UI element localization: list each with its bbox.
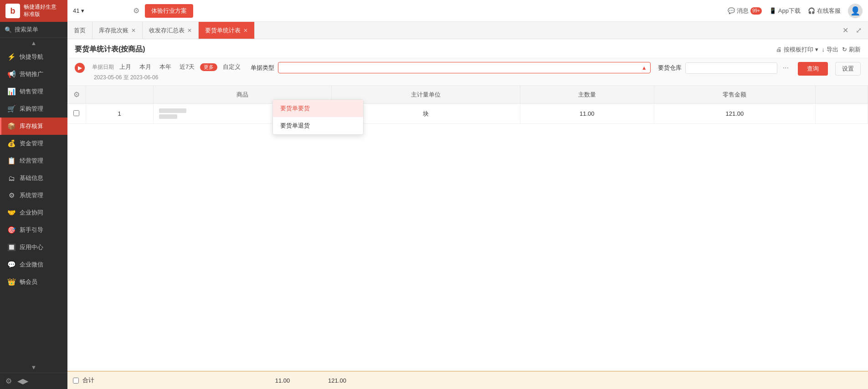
- data-table: ⚙ 商品 主计量单位 主数量 零售金额 1: [67, 86, 868, 124]
- topbar-gear-btn[interactable]: ⚙: [133, 6, 139, 15]
- sidebar-item-quick-nav[interactable]: ⚡ 快捷导航: [0, 48, 67, 66]
- sidebar-search[interactable]: 🔍 搜索菜单: [0, 22, 67, 38]
- settings-btn[interactable]: 设置: [835, 62, 861, 76]
- sidebar-item-finance[interactable]: 💰 资金管理: [0, 135, 67, 152]
- sidebar-item-operations[interactable]: 📋 经营管理: [0, 152, 67, 169]
- dropdown-item-requisition-order[interactable]: 要货单要货: [273, 100, 363, 117]
- product-name-block: [159, 108, 186, 119]
- date-btn-custom[interactable]: 自定义: [220, 62, 243, 72]
- sidebar-item-enterprise-wechat[interactable]: 💬 企业微信: [0, 256, 67, 273]
- filter-more-icon[interactable]: ···: [781, 62, 791, 74]
- collapse-footer-btn[interactable]: ◀▶: [17, 377, 28, 385]
- table-settings-icon[interactable]: ⚙: [73, 91, 80, 98]
- content-area: 要货单统计表(按商品) 🖨 按模板打印 ▾ ↓ 导出 ↻ 刷新 ▶: [67, 39, 868, 389]
- app-logo: b: [5, 4, 20, 18]
- date-btn-more[interactable]: 更多: [200, 63, 217, 71]
- table-wrap: ⚙ 商品 主计量单位 主数量 零售金额 1: [67, 86, 868, 371]
- sidebar-item-label: 库存核算: [20, 122, 43, 130]
- store-selector[interactable]: 41 ▾: [73, 7, 128, 14]
- date-btn-this-year[interactable]: 本年: [157, 62, 174, 72]
- sidebar-nav: ⚡ 快捷导航 📢 营销推广 📊 销售管理 🛒 采购管理 📦 库存核算 💰 资金管…: [0, 48, 67, 362]
- date-btn-this-month[interactable]: 本月: [137, 62, 154, 72]
- print-btn[interactable]: 🖨 按模板打印 ▾: [776, 46, 818, 54]
- date-btn-7days[interactable]: 近7天: [177, 62, 197, 72]
- messages-badge: 99+: [750, 7, 762, 15]
- row-seq: 1: [86, 104, 153, 124]
- tab-receive-summary[interactable]: 收发存汇总表 ✕: [143, 22, 199, 39]
- tab-receive-summary-close[interactable]: ✕: [187, 27, 192, 34]
- date-range-row: 2023-05-06 至 2023-06-06: [92, 74, 243, 82]
- sidebar-item-label: 应用中心: [20, 243, 43, 251]
- tab-requisition-summary-close[interactable]: ✕: [243, 27, 248, 34]
- col-extra: [815, 86, 868, 104]
- type-filter-row: 单据类型 ▲: [251, 62, 650, 73]
- app-download-label: App下载: [778, 7, 801, 15]
- refresh-btn[interactable]: ↻ 刷新: [842, 46, 861, 54]
- base-info-icon: 🗂: [7, 174, 16, 182]
- total-sale-amount: 121.00: [310, 377, 365, 384]
- sidebar-scroll-up[interactable]: ▲: [0, 38, 67, 48]
- sidebar-item-purchase[interactable]: 🛒 采购管理: [0, 100, 67, 118]
- sidebar-item-enterprise[interactable]: 🤝 企业协同: [0, 204, 67, 221]
- product-name-bar2: [159, 114, 177, 119]
- type-dropdown: 要货单要货 要货单退货: [272, 99, 364, 135]
- settings-footer-btn[interactable]: ⚙: [5, 377, 12, 385]
- type-filter-input[interactable]: [278, 62, 650, 73]
- quick-nav-icon: ⚡: [7, 53, 16, 61]
- col-settings[interactable]: ⚙: [67, 86, 86, 104]
- filter-expand-btn[interactable]: ▶: [75, 63, 85, 73]
- tab-home[interactable]: 首页: [71, 22, 92, 39]
- chevron-down-icon: ▾: [815, 46, 818, 53]
- sidebar-item-app-center[interactable]: 🔲 应用中心: [0, 239, 67, 256]
- row-checkbox-cell[interactable]: [67, 104, 86, 124]
- sidebar-item-member[interactable]: 👑 畅会员: [0, 273, 67, 291]
- query-btn[interactable]: 查询: [798, 62, 828, 76]
- online-service-btn[interactable]: 🎧 在线客服: [808, 7, 841, 15]
- sidebar-item-base-info[interactable]: 🗂 基础信息: [0, 169, 67, 187]
- sidebar-item-marketing[interactable]: 📢 营销推广: [0, 66, 67, 83]
- messages-label: 消息: [737, 7, 749, 15]
- footer-checkbox[interactable]: [73, 378, 79, 384]
- app-download-btn[interactable]: 📱 App下载: [769, 7, 801, 15]
- sidebar-item-label: 新手引导: [20, 226, 43, 234]
- trial-btn[interactable]: 体验行业方案: [145, 4, 193, 18]
- sidebar-item-sales[interactable]: 📊 销售管理: [0, 83, 67, 100]
- tab-requisition-summary[interactable]: 要货单统计表 ✕: [199, 22, 255, 39]
- app-title: 畅捷通好生意 标准版: [24, 4, 56, 18]
- tab-receive-summary-label: 收发存汇总表: [149, 26, 185, 35]
- tab-inventory-batch[interactable]: 库存批次账 ✕: [92, 22, 143, 39]
- user-avatar[interactable]: 👤: [848, 4, 863, 18]
- sidebar-scroll-down[interactable]: ▼: [0, 362, 67, 373]
- type-input-wrap: ▲: [278, 62, 650, 73]
- row-checkbox[interactable]: [73, 110, 79, 116]
- purchase-icon: 🛒: [7, 105, 16, 113]
- tab-expand-btn[interactable]: ⤢: [853, 24, 864, 36]
- warehouse-filter-input[interactable]: [685, 62, 777, 74]
- col-seq: [86, 86, 153, 104]
- sidebar-item-system[interactable]: ⚙ 系统管理: [0, 187, 67, 204]
- date-btn-last-month[interactable]: 上月: [117, 62, 134, 72]
- sidebar-item-inventory[interactable]: 📦 库存核算: [0, 118, 67, 135]
- table-footer: 合计 11.00 121.00: [67, 371, 868, 389]
- type-filter-chevron-up[interactable]: ▲: [642, 65, 647, 71]
- warehouse-filter-group: 要货仓库 ···: [658, 62, 791, 74]
- export-btn[interactable]: ↓ 导出: [822, 46, 839, 54]
- page-header: 要货单统计表(按商品) 🖨 按模板打印 ▾ ↓ 导出 ↻ 刷新: [67, 39, 868, 58]
- row-extra-cell: [815, 104, 868, 124]
- tab-inventory-batch-close[interactable]: ✕: [131, 27, 136, 34]
- sidebar-search-label: 搜索菜单: [15, 26, 38, 34]
- print-icon: 🖨: [776, 46, 782, 53]
- tabbar: 首页 库存批次账 ✕ 收发存汇总表 ✕ 要货单统计表 ✕ ✕ ⤢: [67, 22, 868, 39]
- sidebar-item-guide[interactable]: 🎯 新手引导: [0, 221, 67, 239]
- filter-bar: ▶ 单据日期 上月 本月 本年 近7天 更多 自定义 2023-05-06 至 …: [67, 58, 868, 86]
- date-filter-label: 单据日期: [92, 63, 114, 71]
- dropdown-item-requisition-return[interactable]: 要货单退货: [273, 117, 363, 134]
- sidebar-item-label: 快捷导航: [20, 53, 43, 61]
- operations-icon: 📋: [7, 157, 16, 165]
- product-name-bar1: [159, 108, 186, 113]
- sidebar-item-label: 企业协同: [20, 209, 43, 217]
- total-label: 合计: [82, 376, 94, 384]
- messages-btn[interactable]: 💬 消息 99+: [728, 7, 762, 15]
- tab-close-all-btn[interactable]: ✕: [840, 24, 851, 36]
- col-main-qty: 主数量: [520, 86, 654, 104]
